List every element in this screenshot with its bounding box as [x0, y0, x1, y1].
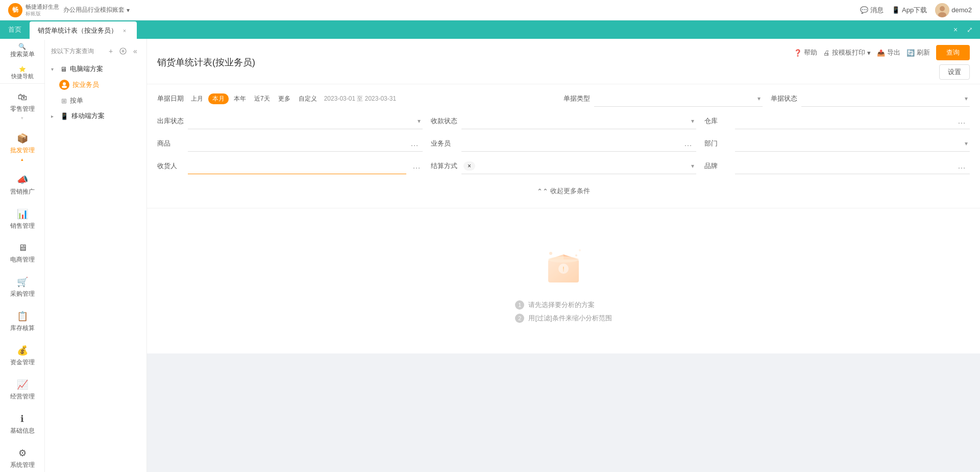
operation-icon: 📈 [17, 379, 28, 390]
sidebar-item-retail[interactable]: 🛍 零售管理 ▾ [0, 86, 44, 127]
help-icon: ❓ [794, 49, 802, 57]
add-scheme-btn[interactable]: + [106, 46, 116, 56]
filter-salesperson: 业务员 … [431, 135, 696, 152]
warehouse-select[interactable]: … [735, 113, 970, 129]
date-range-picker: 上月 本月 本年 近7天 更多 自定义 2023-03-01 至 2023-03… [188, 93, 555, 104]
print-action[interactable]: 🖨 按模板打印 ▾ [823, 48, 871, 57]
receiver-input[interactable] [188, 158, 406, 174]
star-icon: ⭐ [19, 66, 26, 73]
chevron-up-icon: ▴ [21, 157, 23, 162]
logo-text: 畅捷通好生意 标账版 [26, 3, 59, 17]
ellipsis-icon: … [955, 161, 968, 171]
filter-brand: 品牌 … [704, 158, 970, 174]
window-max-btn[interactable]: ⤢ [964, 23, 976, 36]
date-cur-btn[interactable]: 本月 [208, 93, 229, 104]
date-year-btn[interactable]: 本年 [231, 93, 249, 104]
person-scheme-icon [59, 80, 69, 90]
sidebar-item-finance[interactable]: 💰 资金管理 [0, 339, 44, 373]
sidebar-item-system[interactable]: ⚙ 系统管理 [0, 441, 44, 472]
settlement-tag-close[interactable]: × [468, 162, 471, 170]
page-title: 销货单统计表(按业务员) [157, 56, 255, 68]
collapse-btn[interactable]: ⌃⌃ 收起更多条件 [533, 182, 594, 200]
basic-icon: ℹ [20, 413, 24, 424]
empty-tip-1: 1 请先选择要分析的方案 [515, 300, 611, 310]
svg-point-9 [548, 256, 579, 263]
filter-settlement: 结算方式 × ▾ [431, 158, 696, 174]
collapse-icon: ⌃⌃ [537, 187, 548, 195]
export-action[interactable]: 📤 导出 [877, 48, 900, 57]
date-prev-btn[interactable]: 上月 [188, 93, 206, 104]
sidebar-item-ecommerce[interactable]: 🖥 电商管理 [0, 237, 44, 270]
sidebar-item-marketing[interactable]: 📣 营销推广 [0, 168, 44, 202]
date-custom-btn[interactable]: 自定义 [296, 93, 320, 104]
grid-icon: ⊞ [61, 97, 67, 105]
date-quick-btns: 上月 本月 本年 近7天 更多 自定义 [188, 93, 320, 104]
right-content: 销货单统计表(按业务员) ❓ 帮助 🖨 按模板打印 ▾ [147, 39, 980, 472]
ecommerce-icon: 🖥 [18, 243, 27, 253]
ellipsis-icon: … [955, 116, 968, 126]
app-download-action[interactable]: 📱 App下载 [892, 6, 927, 15]
refresh-action[interactable]: 🔄 刷新 [906, 48, 930, 57]
settings-btn[interactable]: 设置 [939, 64, 970, 80]
sidebar-quicknav[interactable]: ⭐ 快捷导航 [0, 63, 44, 84]
workspace-selector[interactable]: 办公用品行业模拟账套 ▾ [63, 6, 130, 14]
tab-current[interactable]: 销货单统计表（按业务员） × [30, 21, 137, 40]
payment-status-select[interactable]: ▾ [461, 113, 696, 129]
out-status-select[interactable]: ▾ [188, 113, 423, 129]
date-range-text: 2023-03-01 至 2023-03-31 [324, 95, 396, 103]
page-header-actions: ❓ 帮助 🖨 按模板打印 ▾ 📤 导出 [794, 45, 970, 60]
sidebar-item-basic[interactable]: ℹ 基础信息 [0, 407, 44, 441]
tree-pc-header[interactable]: ▾ 🖥 电脑端方案 [45, 61, 146, 77]
retail-icon: 🛍 [18, 92, 27, 103]
filter-area: 单据日期 上月 本月 本年 近7天 更多 自定义 2023-03-01 至 20… [147, 84, 980, 208]
tab-close-btn[interactable]: × [120, 27, 129, 35]
salesperson-select[interactable]: … [461, 135, 696, 152]
chevron-down-icon: ▾ [965, 140, 968, 147]
filter-warehouse: 仓库 … [704, 113, 970, 129]
date-more-btn[interactable]: 更多 [275, 93, 293, 104]
department-select[interactable]: ▾ [735, 135, 970, 152]
stock-icon: 📋 [17, 311, 28, 322]
help-action[interactable]: ❓ 帮助 [794, 48, 817, 57]
sidebar-item-stock[interactable]: 📋 库存核算 [0, 304, 44, 339]
product-select[interactable]: … [188, 135, 423, 152]
tree-mobile-header[interactable]: ▸ 📱 移动端方案 [45, 108, 146, 124]
date-7-btn[interactable]: 近7天 [251, 93, 273, 104]
order-status-select[interactable]: ▾ [801, 90, 970, 107]
sidebar-item-wholesale[interactable]: 📦 批发管理 ▴ [0, 127, 44, 168]
message-action[interactable]: 💬 消息 [860, 6, 884, 15]
mobile-icon: 📱 [60, 112, 68, 120]
download-icon: 📱 [892, 6, 900, 14]
svg-point-7 [62, 86, 67, 88]
svg-point-1 [940, 6, 945, 11]
sidebar-item-operation[interactable]: 📈 经营管理 [0, 373, 44, 407]
edit-scheme-btn[interactable] [118, 46, 128, 56]
ellipsis-icon: … [682, 139, 694, 148]
chevron-down-icon: ▾ [691, 162, 694, 170]
avatar [935, 3, 949, 17]
tabbar: 首页 销货单统计表（按业务员） × × ⤢ [0, 20, 980, 39]
filter-row-2: 出库状态 ▾ 收款状态 ▾ 仓库 [157, 113, 970, 129]
collapse-panel-btn[interactable]: « [130, 46, 140, 56]
page-header: 销货单统计表(按业务员) ❓ 帮助 🖨 按模板打印 ▾ [147, 39, 980, 84]
order-type-select[interactable]: ▾ [594, 90, 763, 107]
query-btn[interactable]: 查询 [936, 45, 970, 60]
scheme-by-salesperson[interactable]: 按业务员 [45, 77, 146, 93]
window-close-btn[interactable]: × [949, 23, 962, 36]
user-action[interactable]: demo2 [935, 3, 972, 17]
scheme-by-order[interactable]: ⊞ 按单 [45, 93, 146, 108]
sidebar-item-purchase[interactable]: 🛒 采购管理 [0, 270, 44, 304]
filter-out-status: 出库状态 ▾ [157, 113, 423, 129]
ellipsis-icon: … [410, 161, 423, 171]
tab-home[interactable]: 首页 [0, 20, 30, 39]
sidebar-item-sales[interactable]: 📊 销售管理 [0, 202, 44, 237]
message-icon: 💬 [860, 6, 868, 14]
brand-select[interactable]: … [735, 158, 970, 174]
finance-icon: 💰 [17, 345, 28, 356]
tree-expand-icon-mobile: ▸ [51, 113, 57, 119]
svg-point-13 [575, 254, 577, 256]
wholesale-icon: 📦 [17, 133, 28, 144]
sidebar-search[interactable]: 🔍 搜索菜单 [0, 39, 44, 63]
svg-point-2 [938, 12, 946, 17]
settlement-select[interactable]: × ▾ [461, 158, 696, 174]
